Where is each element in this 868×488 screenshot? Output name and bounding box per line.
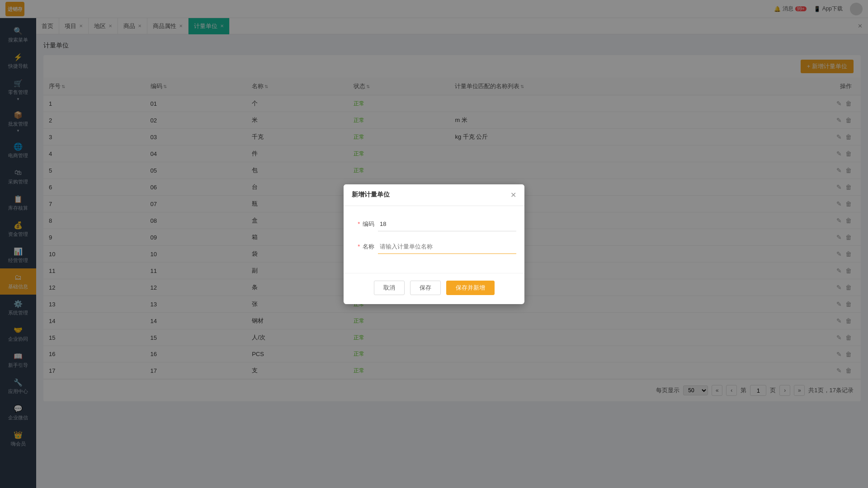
form-row-name: * 名称 xyxy=(352,239,516,254)
save-and-new-button[interactable]: 保存并新增 xyxy=(446,281,495,295)
modal-close-button[interactable]: ✕ xyxy=(510,191,516,199)
save-button[interactable]: 保存 xyxy=(410,281,441,295)
modal-body: * 编码 * 名称 xyxy=(344,206,524,273)
name-input[interactable] xyxy=(378,239,516,254)
name-label: * 名称 xyxy=(352,243,374,251)
required-star-name: * xyxy=(358,243,360,250)
form-row-code: * 编码 xyxy=(352,217,516,231)
required-star-code: * xyxy=(358,221,360,227)
code-label: * 编码 xyxy=(352,220,374,228)
cancel-button[interactable]: 取消 xyxy=(374,281,405,295)
modal-header: 新增计量单位 ✕ xyxy=(344,184,524,206)
add-unit-modal: 新增计量单位 ✕ * 编码 * 名称 取消 保存 保存并新增 xyxy=(344,184,524,304)
modal-title: 新增计量单位 xyxy=(352,191,390,199)
modal-overlay: 新增计量单位 ✕ * 编码 * 名称 取消 保存 保存并新增 xyxy=(0,0,868,488)
code-input[interactable] xyxy=(378,217,516,231)
modal-footer: 取消 保存 保存并新增 xyxy=(344,273,524,304)
